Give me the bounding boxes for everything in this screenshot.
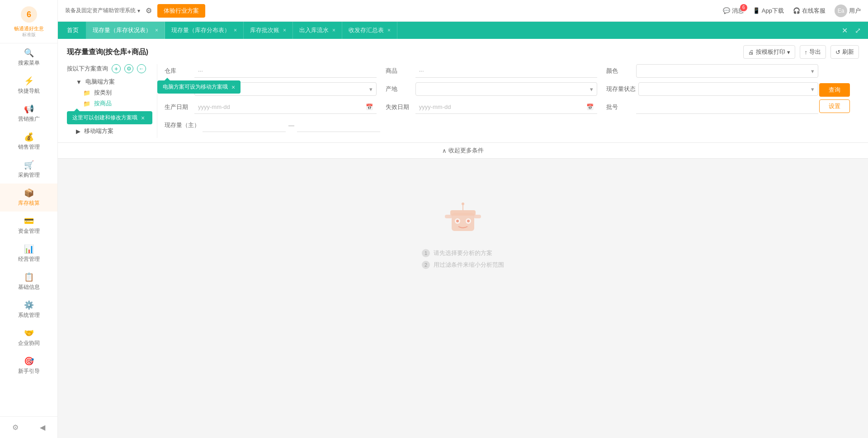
tab-collection-summary-close[interactable]: × bbox=[387, 27, 391, 33]
sidebar-label-finance: 资金管理 bbox=[18, 227, 40, 235]
tab-inventory-dist[interactable]: 现存量（库存分布表） × bbox=[165, 22, 244, 39]
tab-home[interactable]: 首页 bbox=[60, 22, 86, 39]
sidebar-item-system[interactable]: ⚙️ 系统管理 bbox=[0, 296, 57, 324]
scheme-desktop-label: 电脑端方案 bbox=[85, 78, 115, 86]
online-support-label: 在线客服 bbox=[802, 7, 826, 15]
header-settings-icon[interactable]: ⚙ bbox=[146, 6, 152, 15]
color-select[interactable]: ▾ bbox=[636, 64, 818, 78]
sidebar-collapse-icon[interactable]: ◀ bbox=[38, 421, 47, 433]
export-btn[interactable]: ↑ 导出 bbox=[800, 45, 826, 59]
desktop-scheme-tooltip: 电脑方案可设为移动方案哦 × bbox=[157, 80, 241, 94]
stock-qty-from[interactable] bbox=[203, 118, 286, 132]
template-print-btn[interactable]: 🖨 按模板打印 ▾ bbox=[743, 45, 795, 59]
scheme-by-goods-icon: 📁 bbox=[83, 100, 90, 107]
tab-inventory-dist-close[interactable]: × bbox=[234, 27, 237, 33]
user-profile-btn[interactable]: Ea 用户 bbox=[835, 5, 861, 17]
config-scheme-btn[interactable]: ⚙ bbox=[124, 64, 133, 73]
filter-color: 颜色 ▾ bbox=[606, 64, 818, 78]
tab-close-all-icon[interactable]: ✕ bbox=[840, 24, 849, 37]
sidebar-label-system: 系统管理 bbox=[18, 311, 40, 319]
sidebar-item-inventory[interactable]: 📦 库存核算 bbox=[0, 184, 57, 212]
print-icon: 🖨 bbox=[748, 49, 754, 56]
online-support-btn[interactable]: 🎧 在线客服 bbox=[793, 7, 826, 15]
system-name-dropdown[interactable]: 装备及固定资产辅助管理系统 ▾ bbox=[65, 7, 140, 14]
edit-scheme-tooltip: 这里可以创建和修改方案哦 × bbox=[67, 111, 152, 124]
tooltip1-close[interactable]: × bbox=[231, 84, 235, 91]
tab-batch-account-close[interactable]: × bbox=[283, 27, 286, 33]
message-btn[interactable]: 💬 消息 6 bbox=[723, 7, 744, 15]
system-name-text: 装备及固定资产辅助管理系统 bbox=[65, 7, 136, 14]
scheme-mobile-arrow: ▶ bbox=[76, 128, 80, 135]
collapse-btn[interactable]: ∧ 收起更多条件 bbox=[442, 146, 484, 155]
scheme-by-category[interactable]: 📁 按类别 bbox=[83, 89, 152, 97]
query-btn[interactable]: 查询 bbox=[819, 83, 850, 97]
production-date-placeholder: yyyy-mm-dd bbox=[198, 104, 230, 110]
sidebar-item-search[interactable]: 🔍 搜索菜单 bbox=[0, 43, 57, 71]
settings-btn[interactable]: 设置 bbox=[819, 99, 850, 113]
refresh-btn[interactable]: ↺ 刷新 bbox=[830, 45, 859, 59]
headset-icon: 🎧 bbox=[793, 7, 800, 14]
origin-select[interactable]: ▾ bbox=[415, 82, 598, 96]
origin-arrow: ▾ bbox=[590, 86, 593, 93]
warehouse-input[interactable]: ··· bbox=[194, 64, 377, 78]
sidebar-item-quicknav[interactable]: ⚡ 快捷导航 bbox=[0, 71, 57, 99]
empty-state-illustration bbox=[440, 195, 486, 240]
tip2-text: 用过滤条件来缩小分析范围 bbox=[434, 261, 504, 269]
sidebar-label-inventory: 库存核算 bbox=[18, 199, 40, 207]
message-badge: 6 bbox=[740, 4, 747, 11]
svg-rect-3 bbox=[450, 210, 476, 216]
add-scheme-btn[interactable]: + bbox=[112, 64, 121, 73]
goods-input[interactable]: ··· bbox=[415, 64, 598, 78]
main-area: 装备及固定资产辅助管理系统 ▾ ⚙ 体验行业方案 💬 消息 6 📱 App下载 … bbox=[58, 0, 868, 438]
back-btn[interactable]: ← bbox=[137, 64, 146, 73]
tab-fullscreen-icon[interactable]: ⤢ bbox=[853, 24, 863, 37]
batch-no-input[interactable] bbox=[636, 100, 818, 114]
sidebar-icon-enterprise: 🤝 bbox=[24, 328, 34, 338]
tab-inventory-status-label: 现存量（库存状况表） bbox=[93, 26, 151, 34]
calendar2-icon[interactable]: 📅 bbox=[586, 104, 594, 110]
sidebar-item-marketing[interactable]: 📢 营销推广 bbox=[0, 99, 57, 127]
tooltip2-close[interactable]: × bbox=[141, 114, 145, 122]
scheme-desktop-arrow: ▼ bbox=[76, 79, 82, 85]
sidebar-item-sales[interactable]: 💰 销售管理 bbox=[0, 127, 57, 155]
production-date-label: 生产日期 bbox=[165, 103, 192, 111]
sidebar-item-purchase[interactable]: 🛒 采购管理 bbox=[0, 155, 57, 184]
tab-collection-summary[interactable]: 收发存汇总表 × bbox=[342, 22, 397, 39]
action-btn-group: 查询 设置 bbox=[819, 83, 850, 113]
scheme-mobile-label: 移动端方案 bbox=[84, 127, 113, 135]
sidebar-item-guide[interactable]: 🎯 新手引导 bbox=[0, 352, 57, 380]
calendar-icon[interactable]: 📅 bbox=[366, 104, 373, 110]
tab-in-out-flow-close[interactable]: × bbox=[332, 27, 335, 33]
dropdown-arrow-icon: ▾ bbox=[137, 8, 140, 14]
tab-inventory-status-close[interactable]: × bbox=[155, 27, 158, 33]
svg-point-7 bbox=[467, 220, 470, 222]
collapse-label: 收起更多条件 bbox=[448, 146, 484, 155]
tab-inventory-status[interactable]: 现存量（库存状况表） × bbox=[86, 22, 165, 39]
scheme-by-goods[interactable]: 📁 按商品 bbox=[83, 99, 152, 108]
empty-state: 1 请先选择要分析的方案 2 用过滤条件来缩小分析范围 bbox=[58, 159, 868, 305]
experience-btn[interactable]: 体验行业方案 bbox=[157, 4, 205, 18]
sidebar-settings-icon[interactable]: ⚙ bbox=[10, 421, 20, 433]
stock-status-label: 现存量状态 bbox=[606, 85, 636, 93]
filter-origin: 产地 ▾ bbox=[386, 82, 598, 96]
filter-batch-no: 批号 bbox=[606, 100, 818, 114]
tab-in-out-flow[interactable]: 出入库流水 × bbox=[293, 22, 342, 39]
sidebar-label-operation: 经营管理 bbox=[18, 255, 40, 263]
sidebar-item-enterprise[interactable]: 🤝 企业协同 bbox=[0, 324, 57, 352]
filter-area: 按以下方案查询 + ⚙ ← 电脑方案可设为移动方案哦 × bbox=[67, 64, 859, 138]
sidebar-item-finance[interactable]: 💳 资金管理 bbox=[0, 212, 57, 240]
sidebar-item-basic[interactable]: 📋 基础信息 bbox=[0, 268, 57, 296]
sidebar-label-quicknav: 快捷导航 bbox=[18, 87, 40, 95]
tip1-text: 请先选择要分析的方案 bbox=[434, 249, 492, 257]
scheme-by-goods-label: 按商品 bbox=[94, 99, 112, 108]
stock-qty-to[interactable] bbox=[297, 118, 380, 132]
filter-stock-status: 现存量状态 ▾ bbox=[606, 82, 818, 96]
production-date-input[interactable]: yyyy-mm-dd 📅 bbox=[194, 100, 377, 114]
expiry-date-label: 失效日期 bbox=[386, 103, 413, 111]
sidebar: 6 畅通通好生意 标准版 🔍 搜索菜单 ⚡ 快捷导航 📢 营销推广 💰 销售管理… bbox=[0, 0, 58, 438]
app-download-btn[interactable]: 📱 App下载 bbox=[753, 7, 784, 15]
sidebar-item-operation[interactable]: 📊 经营管理 bbox=[0, 240, 57, 268]
stock-status-select[interactable]: ▾ bbox=[638, 82, 818, 96]
tab-batch-account[interactable]: 库存批次账 × bbox=[244, 22, 293, 39]
expiry-date-input[interactable]: yyyy-mm-dd 📅 bbox=[415, 100, 598, 114]
